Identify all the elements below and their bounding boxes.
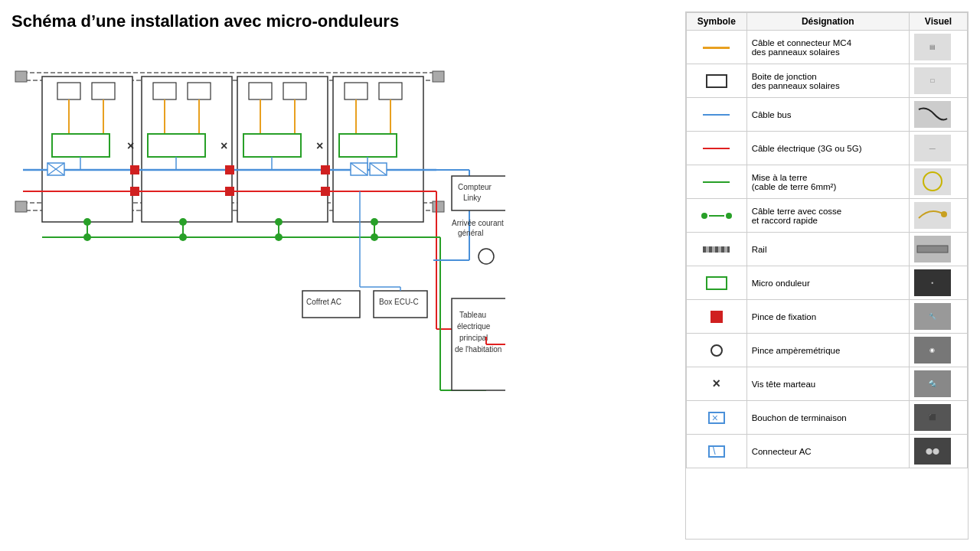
legend-row-cable-terre: Câble terre avec cosseet raccord rapide: [687, 199, 968, 233]
symbol-bouchon: [708, 412, 725, 424]
legend-row-connecteur: Connecteur AC ⬤⬤: [687, 435, 968, 468]
symbol-red-sq: [710, 311, 723, 323]
diagram-svg: × × × Compteur Linky Arrivée courant gén: [0, 0, 505, 459]
legend-table: Symbole Désignation Visuel Câble et conn…: [686, 12, 968, 468]
symbol-connecteur: [708, 445, 725, 458]
svg-rect-5: [433, 201, 444, 212]
symbol-green-line: [703, 181, 730, 183]
svg-rect-62: [225, 165, 234, 174]
header-visuel: Visuel: [909, 13, 967, 31]
legend-row-pince-fixation: Pince de fixation 🔧: [687, 300, 968, 334]
symbol-blue-line: [703, 114, 730, 116]
svg-point-101: [923, 172, 942, 191]
svg-rect-17: [379, 83, 402, 99]
svg-text:Coffret AC: Coffret AC: [306, 298, 341, 306]
svg-rect-22: [52, 134, 109, 157]
legend-row-rail: Rail: [687, 233, 968, 266]
svg-text:électrique: électrique: [457, 322, 491, 331]
symbol-red-line: [703, 148, 730, 149]
svg-rect-2: [15, 71, 27, 82]
svg-rect-16: [345, 83, 368, 99]
svg-rect-27: [148, 134, 205, 157]
header-symbole: Symbole: [687, 13, 747, 31]
svg-point-102: [941, 211, 947, 217]
svg-rect-66: [321, 187, 330, 196]
svg-rect-3: [15, 201, 27, 212]
svg-rect-63: [321, 165, 330, 174]
legend-row-bouchon: Bouchon de terminaison ⬛: [687, 401, 968, 435]
svg-text:Arrivée courant: Arrivée courant: [452, 219, 504, 227]
svg-rect-103: [917, 246, 948, 253]
svg-point-58: [179, 218, 187, 226]
svg-rect-37: [339, 134, 397, 157]
svg-rect-4: [433, 71, 444, 82]
svg-rect-64: [130, 187, 139, 196]
svg-rect-65: [225, 187, 234, 196]
symbol-orange-line: [703, 47, 730, 49]
legend-row-micro-onduleur: Micro onduleur ▪: [687, 266, 968, 300]
legend-panel: Symbole Désignation Visuel Câble et conn…: [685, 11, 969, 540]
svg-rect-10: [57, 83, 80, 99]
svg-text:Compteur: Compteur: [458, 183, 492, 191]
symbol-earth: [701, 213, 732, 219]
svg-text:principal: principal: [459, 334, 488, 342]
svg-text:×: ×: [220, 139, 227, 152]
symbol-circle: [710, 344, 723, 357]
svg-text:Tableau: Tableau: [459, 311, 486, 319]
svg-rect-12: [153, 83, 176, 99]
svg-rect-32: [243, 134, 301, 157]
svg-point-57: [83, 218, 91, 226]
legend-row-cable-elec: Câble électrique (3G ou 5G) —: [687, 132, 968, 165]
svg-text:de l'habitation: de l'habitation: [455, 345, 501, 354]
symbol-rect: [706, 74, 727, 88]
svg-point-60: [371, 218, 378, 226]
svg-rect-61: [130, 165, 139, 174]
svg-point-59: [275, 218, 283, 226]
symbol-rail: [703, 246, 730, 253]
svg-rect-11: [92, 83, 115, 99]
symbol-x: ×: [713, 376, 721, 392]
svg-point-85: [479, 249, 494, 264]
legend-row-mc4: Câble et connecteur MC4des panneaux sola…: [687, 31, 968, 64]
header-designation: Désignation: [746, 13, 909, 31]
svg-text:×: ×: [316, 139, 323, 152]
legend-row-cable-bus: Câble bus: [687, 98, 968, 132]
legend-row-mise-terre: Mise à la terre(cable de terre 6mm²): [687, 165, 968, 199]
legend-row-pince-amperem: Pince ampèremétrique ◉: [687, 334, 968, 367]
svg-rect-13: [188, 83, 211, 99]
svg-rect-14: [249, 83, 272, 99]
legend-row-vis: × Vis tête marteau 🔩: [687, 367, 968, 401]
svg-text:général: général: [458, 229, 483, 237]
svg-text:×: ×: [127, 139, 134, 152]
svg-text:Linky: Linky: [463, 194, 481, 202]
svg-text:Box ECU-C: Box ECU-C: [379, 298, 419, 306]
symbol-green-rect: [706, 276, 727, 290]
legend-row-boite: Boite de jonctiondes panneaux solaires □: [687, 64, 968, 98]
svg-rect-15: [283, 83, 306, 99]
